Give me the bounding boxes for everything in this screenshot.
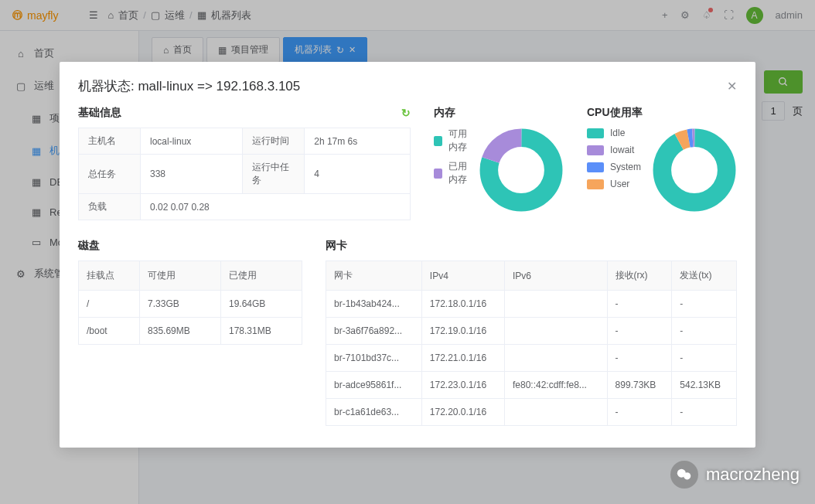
cell-mount: /boot (79, 318, 140, 345)
cell-ipv4: 172.23.0.1/16 (421, 372, 504, 399)
section-memory: 内存 可用内存 已用内存 (434, 106, 564, 220)
machine-status-modal: 机器状态: mall-linux => 192.168.3.105 ✕ 基础信息… (60, 62, 755, 448)
th-mount: 挂载点 (79, 261, 140, 291)
basic-info-table: 主机名 local-linux 运行时间 2h 17m 6s 总任务 338 运… (78, 128, 411, 220)
section-title-basic: 基础信息 ↻ (78, 106, 411, 120)
legend-label-user: User (610, 179, 629, 189)
legend-item[interactable]: User (587, 179, 641, 189)
cell-ipv6: fe80::42:cdff:fe8... (504, 372, 607, 399)
legend-swatch-iowait (587, 145, 604, 155)
cell-rx: - (607, 318, 672, 345)
th-nic: 网卡 (326, 261, 422, 291)
legend-item[interactable]: 已用内存 (434, 160, 468, 186)
modal-body: 基础信息 ↻ 主机名 local-linux 运行时间 2h 17m 6s 总任… (60, 106, 755, 448)
table-row: br-c1a61de63... 172.20.0.1/16 - - (326, 399, 737, 426)
cell-ipv6 (504, 318, 607, 345)
modal-overlay: 机器状态: mall-linux => 192.168.3.105 ✕ 基础信息… (0, 0, 815, 504)
cell-nic: br-7101bd37c... (326, 345, 422, 372)
cpu-chart (652, 128, 737, 213)
cell-nic: br-c1a61de63... (326, 399, 422, 426)
section-cpu: CPU使用率 Idle Iowait (587, 106, 737, 220)
cell-ipv4: 172.19.0.1/16 (421, 318, 504, 345)
cell-ipv4: 172.18.0.1/16 (421, 291, 504, 318)
cell-tx: - (672, 318, 737, 345)
th-rx: 接收(rx) (607, 261, 672, 291)
cell-rx: - (607, 291, 672, 318)
value-total-tasks: 338 (141, 155, 243, 194)
cell-avail: 7.33GB (140, 291, 221, 318)
cell-ipv4: 172.20.0.1/16 (421, 399, 504, 426)
legend-swatch-system (587, 162, 604, 172)
modal-title: 机器状态: mall-linux => 192.168.3.105 (78, 77, 300, 95)
label-running-tasks: 运行中任务 (243, 155, 305, 194)
value-running-tasks: 4 (305, 155, 411, 194)
cell-tx: - (672, 399, 737, 426)
legend-item[interactable]: Idle (587, 128, 641, 138)
cell-ipv6 (504, 345, 607, 372)
th-avail: 可使用 (140, 261, 221, 291)
cell-used: 178.31MB (221, 318, 302, 345)
cell-mount: / (79, 291, 140, 318)
table-row: br-7101bd37c... 172.21.0.1/16 - - (326, 345, 737, 372)
disk-table: 挂载点 可使用 已使用 / 7.33GB 19.64GB (78, 261, 302, 345)
label-total-tasks: 总任务 (79, 155, 141, 194)
legend-label-idle: Idle (610, 128, 625, 138)
section-network: 网卡 网卡 IPv4 IPv6 接收(rx) 发送(tx) (326, 239, 737, 426)
table-row: br-3a6f76a892... 172.19.0.1/16 - - (326, 318, 737, 345)
legend-item[interactable]: Iowait (587, 145, 641, 155)
cell-ipv4: 172.21.0.1/16 (421, 345, 504, 372)
label-load: 负载 (79, 194, 141, 220)
legend-swatch-used (434, 169, 442, 179)
value-hostname: local-linux (141, 128, 243, 155)
network-table: 网卡 IPv4 IPv6 接收(rx) 发送(tx) br-1b43ab424.… (326, 261, 737, 426)
table-row: br-1b43ab424... 172.18.0.1/16 - - (326, 291, 737, 318)
th-ipv6: IPv6 (504, 261, 607, 291)
legend-label-available: 可用内存 (448, 128, 468, 154)
th-used: 已使用 (221, 261, 302, 291)
legend-item[interactable]: System (587, 162, 641, 172)
close-icon[interactable]: ✕ (727, 79, 737, 94)
legend-swatch-available (434, 136, 442, 146)
cell-used: 19.64GB (221, 291, 302, 318)
cell-nic: br-adce95861f... (326, 372, 422, 399)
label-uptime: 运行时间 (243, 128, 305, 155)
section-disk: 磁盘 挂载点 可使用 已使用 / 7.33GB (78, 239, 302, 426)
section-title-memory: 内存 (434, 106, 564, 120)
section-title-network: 网卡 (326, 239, 737, 253)
cell-tx: 542.13KB (672, 372, 737, 399)
cell-avail: 835.69MB (140, 318, 221, 345)
memory-chart (479, 128, 564, 213)
legend-swatch-user (587, 179, 604, 189)
memory-legend: 可用内存 已用内存 (434, 128, 468, 213)
cell-nic: br-3a6f76a892... (326, 318, 422, 345)
section-title-cpu: CPU使用率 (587, 106, 737, 120)
label-hostname: 主机名 (79, 128, 141, 155)
cpu-legend: Idle Iowait System (587, 128, 641, 213)
th-ipv4: IPv4 (421, 261, 504, 291)
cell-rx: - (607, 345, 672, 372)
th-tx: 发送(tx) (672, 261, 737, 291)
legend-swatch-idle (587, 128, 604, 138)
value-uptime: 2h 17m 6s (305, 128, 411, 155)
modal-header: 机器状态: mall-linux => 192.168.3.105 ✕ (60, 62, 755, 106)
legend-label-iowait: Iowait (610, 145, 634, 155)
table-row: br-adce95861f... 172.23.0.1/16 fe80::42:… (326, 372, 737, 399)
svg-point-4 (662, 138, 726, 202)
cell-tx: - (672, 345, 737, 372)
section-title-disk: 磁盘 (78, 239, 302, 253)
cell-rx: - (607, 399, 672, 426)
cell-nic: br-1b43ab424... (326, 291, 422, 318)
value-load: 0.02 0.07 0.28 (141, 194, 411, 220)
legend-label-used: 已用内存 (448, 160, 468, 186)
legend-item[interactable]: 可用内存 (434, 128, 468, 154)
table-row: / 7.33GB 19.64GB (79, 291, 302, 318)
cell-tx: - (672, 291, 737, 318)
table-row: /boot 835.69MB 178.31MB (79, 318, 302, 345)
refresh-icon[interactable]: ↻ (401, 107, 411, 119)
legend-label-system: System (610, 162, 641, 172)
cell-ipv6 (504, 291, 607, 318)
section-basic: 基础信息 ↻ 主机名 local-linux 运行时间 2h 17m 6s 总任… (78, 106, 411, 220)
cell-ipv6 (504, 399, 607, 426)
cell-rx: 899.73KB (607, 372, 672, 399)
